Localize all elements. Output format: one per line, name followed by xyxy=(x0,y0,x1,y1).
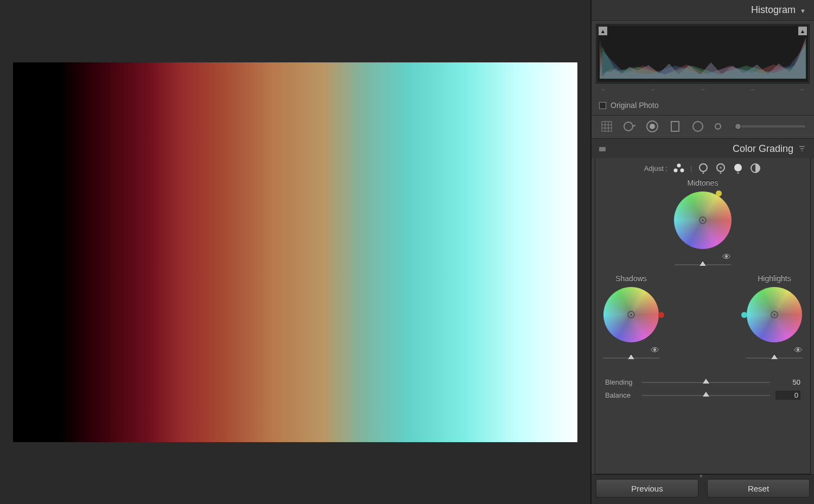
shadows-luminance-slider[interactable] xyxy=(603,358,659,359)
midtones-visibility-icon[interactable]: 👁 xyxy=(722,252,731,262)
svg-point-18 xyxy=(720,173,722,174)
blending-label: Blending xyxy=(605,378,637,386)
color-grading-body: Adjust : | Midto xyxy=(595,158,811,474)
slider-thumb[interactable] xyxy=(703,379,709,384)
svg-rect-8 xyxy=(671,122,679,131)
blending-slider[interactable] xyxy=(642,382,770,383)
histogram[interactable]: ▲ ▲ xyxy=(597,25,808,82)
svg-point-12 xyxy=(673,169,677,173)
balance-row: Balance 0 xyxy=(601,388,805,402)
svg-point-11 xyxy=(677,164,681,168)
adjust-global-icon[interactable] xyxy=(749,162,761,174)
svg-point-15 xyxy=(703,173,704,174)
original-photo-row[interactable]: Original Photo xyxy=(592,97,814,116)
adjust-shadows-icon[interactable] xyxy=(697,162,709,174)
midtones-block: Midtones 👁 xyxy=(601,178,805,265)
adjust-mode-row: Adjust : | xyxy=(601,160,805,178)
histogram-panel-header[interactable]: Histogram xyxy=(592,0,814,21)
original-photo-checkbox[interactable] xyxy=(599,102,606,109)
highlights-sample-dot[interactable] xyxy=(741,312,747,318)
previous-button[interactable]: Previous xyxy=(596,479,698,497)
histogram-container: ▲ ▲ xyxy=(596,24,810,84)
crop-tool-icon[interactable] xyxy=(600,120,613,133)
slider-thumb[interactable] xyxy=(628,354,634,359)
adjust-3way-icon[interactable] xyxy=(673,162,685,174)
right-sidebar: Histogram ▲ ▲ – – – – – Original Photo xyxy=(590,0,814,504)
midtones-label: Midtones xyxy=(688,178,718,187)
highlights-color-wheel[interactable] xyxy=(747,287,802,342)
spot-removal-tool-icon[interactable] xyxy=(623,120,636,133)
histogram-graph xyxy=(600,35,806,79)
svg-point-19 xyxy=(734,164,742,171)
slider-thumb[interactable] xyxy=(699,261,706,266)
color-grading-header[interactable]: Color Grading xyxy=(592,139,814,158)
tick: – xyxy=(601,86,605,93)
svg-point-7 xyxy=(650,124,655,129)
shadows-color-wheel[interactable] xyxy=(603,287,659,342)
balance-value[interactable]: 0 xyxy=(775,391,800,400)
slider-thumb[interactable] xyxy=(771,354,778,359)
color-grading-title: Color Grading xyxy=(733,143,793,155)
svg-point-17 xyxy=(720,167,722,169)
highlights-luminance-slider[interactable] xyxy=(746,358,803,359)
wheel-center-icon[interactable] xyxy=(699,216,707,224)
svg-point-10 xyxy=(715,124,721,129)
shadows-block: Shadows 👁 xyxy=(603,274,659,359)
masking-tool-icon[interactable] xyxy=(669,120,682,133)
svg-point-14 xyxy=(699,164,707,171)
balance-label: Balance xyxy=(605,391,637,399)
highlight-clip-indicator[interactable]: ▲ xyxy=(798,27,807,35)
adjust-highlights-icon[interactable] xyxy=(732,162,744,174)
highlights-label: Highlights xyxy=(758,274,791,283)
radial-filter-icon[interactable] xyxy=(714,123,722,130)
histogram-title: Histogram xyxy=(751,4,796,16)
svg-point-13 xyxy=(680,169,684,173)
canvas-area xyxy=(0,0,590,504)
shadows-label: Shadows xyxy=(615,274,647,283)
svg-rect-0 xyxy=(602,122,612,131)
shadow-clip-indicator[interactable]: ▲ xyxy=(599,27,607,35)
midtones-luminance-slider[interactable] xyxy=(675,264,731,265)
histogram-zone-ticks: – – – – – xyxy=(592,84,814,97)
midtones-sample-dot[interactable] xyxy=(716,190,722,196)
tick: – xyxy=(751,86,754,93)
midtones-color-wheel[interactable] xyxy=(674,192,732,249)
tool-strip xyxy=(592,116,814,139)
adjust-label: Adjust : xyxy=(644,164,667,173)
svg-point-20 xyxy=(737,173,739,174)
shadows-sample-dot[interactable] xyxy=(658,312,664,318)
tick: – xyxy=(800,86,804,93)
wheel-center-icon[interactable] xyxy=(627,311,635,318)
svg-point-5 xyxy=(624,122,633,131)
original-photo-label: Original Photo xyxy=(610,101,659,110)
tick: – xyxy=(651,86,655,93)
photo-preview[interactable] xyxy=(13,62,577,442)
graduated-filter-icon[interactable] xyxy=(691,120,704,133)
wheel-center-icon[interactable] xyxy=(771,311,778,318)
blending-value[interactable]: 50 xyxy=(775,378,800,386)
panel-menu-icon[interactable] xyxy=(799,144,806,154)
tool-slider-thumb[interactable] xyxy=(735,123,741,130)
tick: – xyxy=(701,86,705,93)
redeye-tool-icon[interactable] xyxy=(646,120,659,133)
highlights-block: Highlights 👁 xyxy=(746,274,803,359)
balance-slider[interactable] xyxy=(642,395,770,396)
svg-point-9 xyxy=(693,122,703,131)
blending-row: Blending 50 xyxy=(601,376,805,388)
collapse-icon[interactable] xyxy=(800,5,807,15)
slider-thumb[interactable] xyxy=(703,392,709,397)
panel-footer: Previous Reset xyxy=(592,474,814,504)
highlights-visibility-icon[interactable]: 👁 xyxy=(794,346,803,355)
adjust-midtones-icon[interactable] xyxy=(715,162,727,174)
tool-slider[interactable] xyxy=(735,125,805,127)
shadows-visibility-icon[interactable]: 👁 xyxy=(651,346,659,355)
panel-enable-switch[interactable] xyxy=(599,147,606,151)
reset-button[interactable]: Reset xyxy=(707,479,810,497)
